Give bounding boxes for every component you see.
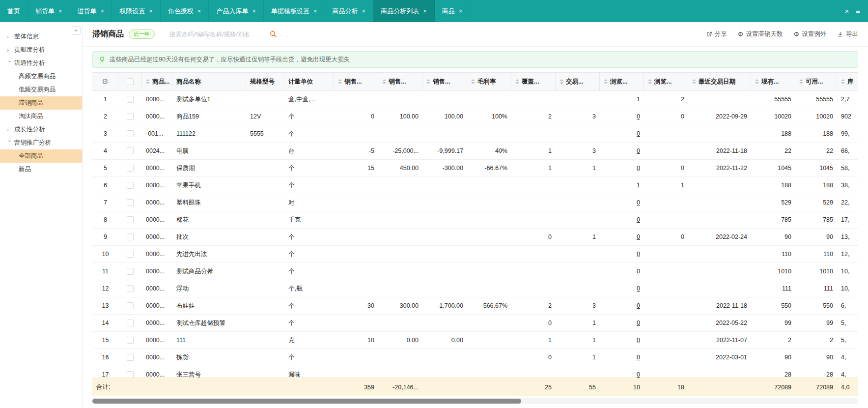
- tab-close-icon[interactable]: ×: [313, 8, 317, 14]
- views-link[interactable]: 1: [637, 96, 640, 103]
- set-exceptions-button[interactable]: ⚙设置例外: [793, 30, 826, 38]
- nav-tab-10[interactable]: 商品×: [435, 0, 471, 22]
- views-link[interactable]: 0: [637, 251, 640, 258]
- column-header-14[interactable]: 最近交易日期: [688, 73, 751, 90]
- tab-close-icon[interactable]: ×: [58, 8, 62, 14]
- scrollbar-thumb[interactable]: [92, 399, 521, 404]
- sidebar-collapse-button[interactable]: «: [72, 26, 81, 35]
- views-link[interactable]: 0: [637, 233, 640, 240]
- column-settings-header[interactable]: ⚙: [92, 73, 118, 90]
- nav-tab-3[interactable]: 进货单×: [70, 0, 112, 22]
- views-link[interactable]: 1: [637, 182, 640, 189]
- views-link[interactable]: 0: [637, 320, 640, 326]
- views-link[interactable]: 0: [637, 147, 640, 154]
- select-all-checkbox[interactable]: [127, 78, 134, 85]
- sort-caret-icon[interactable]: [604, 79, 608, 84]
- row-checkbox[interactable]: [127, 354, 134, 361]
- tab-close-icon[interactable]: ×: [423, 8, 427, 14]
- tab-close-icon[interactable]: ×: [197, 8, 201, 14]
- row-checkbox[interactable]: [127, 182, 134, 189]
- row-checkbox[interactable]: [127, 233, 134, 240]
- column-header-12[interactable]: 浏览...: [600, 73, 644, 90]
- sort-caret-icon[interactable]: [755, 79, 759, 84]
- nav-tab-6[interactable]: 产品入库单×: [209, 0, 264, 22]
- views-link[interactable]: 0: [637, 337, 640, 344]
- row-checkbox[interactable]: [127, 216, 134, 223]
- select-all-header[interactable]: [118, 73, 142, 90]
- row-checkbox[interactable]: [127, 147, 134, 154]
- tab-close-icon[interactable]: ×: [101, 8, 105, 14]
- views-link[interactable]: 0: [637, 268, 640, 275]
- sort-caret-icon[interactable]: [382, 79, 386, 84]
- sidebar-item-4[interactable]: 高频交易商品: [0, 70, 82, 83]
- row-checkbox[interactable]: [127, 285, 134, 292]
- sidebar-item-1[interactable]: ›整体信息: [0, 30, 82, 43]
- nav-tab-2[interactable]: 销货单×: [28, 0, 70, 22]
- row-checkbox[interactable]: [127, 268, 134, 275]
- row-checkbox[interactable]: [127, 130, 134, 137]
- sidebar-item-8[interactable]: ›成长性分析: [0, 123, 82, 136]
- tab-close-icon[interactable]: ×: [362, 8, 366, 14]
- views-link[interactable]: 0: [637, 130, 640, 137]
- sort-caret-icon[interactable]: [692, 79, 696, 84]
- column-header-6[interactable]: 销售...: [334, 73, 378, 90]
- share-button[interactable]: 分享: [706, 30, 727, 38]
- sort-caret-icon[interactable]: [426, 79, 430, 84]
- sort-caret-icon[interactable]: [841, 79, 845, 84]
- sidebar-item-9[interactable]: ›营销推广分析: [0, 136, 82, 149]
- column-header-11[interactable]: 交易...: [556, 73, 600, 90]
- views-link[interactable]: 0: [637, 165, 640, 172]
- tab-list-icon[interactable]: ≡: [856, 7, 860, 15]
- search-input[interactable]: [169, 31, 268, 38]
- sidebar-item-2[interactable]: ›贡献度分析: [0, 43, 82, 57]
- set-stale-days-button[interactable]: ⚙设置滞销天数: [738, 30, 783, 38]
- tab-close-icon[interactable]: ×: [252, 8, 256, 14]
- row-checkbox[interactable]: [127, 113, 134, 120]
- column-header-7[interactable]: 销售...: [378, 73, 422, 90]
- nav-tab-9[interactable]: 商品分析列表×: [373, 0, 435, 22]
- sort-caret-icon[interactable]: [471, 79, 475, 84]
- views-link[interactable]: 0: [637, 216, 640, 223]
- column-header-13[interactable]: 浏览...: [644, 73, 688, 90]
- date-range-badge[interactable]: 近一年: [129, 29, 155, 39]
- sidebar-item-6[interactable]: 滞销商品: [0, 96, 82, 110]
- nav-tab-5[interactable]: 角色授权×: [161, 0, 209, 22]
- nav-tab-8[interactable]: 商品分析×: [325, 0, 374, 22]
- export-button[interactable]: 导出: [837, 30, 858, 38]
- gear-icon[interactable]: ⚙: [102, 77, 108, 86]
- row-checkbox[interactable]: [127, 199, 134, 206]
- row-checkbox[interactable]: [127, 371, 134, 378]
- row-checkbox[interactable]: [127, 302, 134, 309]
- views-link[interactable]: 0: [637, 302, 640, 309]
- views-link[interactable]: 0: [637, 371, 640, 378]
- sort-caret-icon[interactable]: [648, 79, 652, 84]
- sidebar-item-7[interactable]: 淘汰商品: [0, 110, 82, 123]
- sort-caret-icon[interactable]: [799, 79, 803, 84]
- tab-close-icon[interactable]: ×: [149, 8, 153, 14]
- column-header-8[interactable]: 销售...: [422, 73, 467, 90]
- sidebar-item-11[interactable]: 新品: [0, 163, 82, 176]
- row-checkbox[interactable]: [127, 165, 134, 172]
- column-header-2[interactable]: 商品...: [142, 73, 172, 90]
- column-header-9[interactable]: 毛利率: [467, 73, 511, 90]
- column-header-16[interactable]: 可用...: [795, 73, 837, 90]
- views-link[interactable]: 0: [637, 113, 640, 120]
- row-checkbox[interactable]: [127, 337, 134, 344]
- row-checkbox[interactable]: [127, 251, 134, 258]
- horizontal-scrollbar[interactable]: [92, 398, 858, 404]
- views-link[interactable]: 0: [637, 354, 640, 361]
- views-link[interactable]: 0: [637, 199, 640, 206]
- sort-caret-icon[interactable]: [560, 79, 563, 84]
- sort-caret-icon[interactable]: [338, 79, 342, 84]
- column-header-10[interactable]: 覆盖...: [511, 73, 556, 90]
- nav-tab-4[interactable]: 权限设置×: [112, 0, 161, 22]
- views-link[interactable]: 0: [637, 285, 640, 292]
- sidebar-item-3[interactable]: ›流通性分析: [0, 57, 82, 70]
- sidebar-item-10[interactable]: 全部商品: [0, 149, 82, 163]
- close-tabs-icon[interactable]: ×: [844, 7, 849, 15]
- sidebar-item-5[interactable]: 低频交易商品: [0, 83, 82, 96]
- row-checkbox[interactable]: [127, 320, 134, 326]
- sort-caret-icon[interactable]: [515, 79, 519, 84]
- sort-caret-icon[interactable]: [146, 79, 150, 84]
- nav-tab-1[interactable]: 首页: [0, 0, 28, 22]
